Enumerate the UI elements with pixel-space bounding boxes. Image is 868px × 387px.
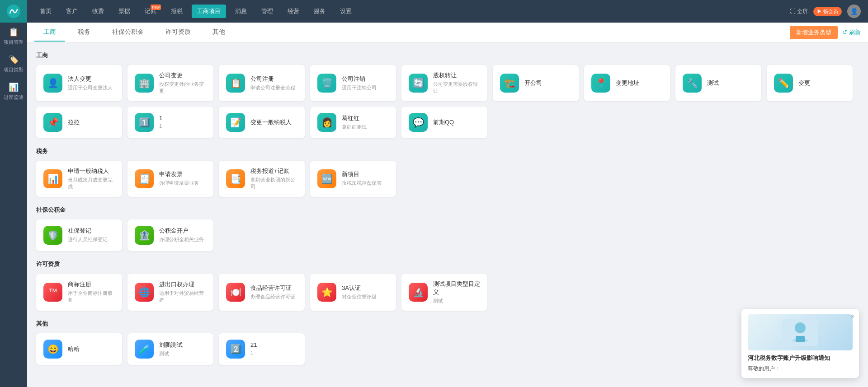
nav-billing[interactable]: 收费 xyxy=(87,5,109,18)
user-avatar[interactable]: 👤 xyxy=(847,5,861,18)
card-title-item-1: 1 xyxy=(159,115,162,121)
card-title-open-company: 开公司 xyxy=(524,79,542,87)
tab-license[interactable]: 许可资质 xyxy=(156,23,200,42)
card-icon-haha: 😄 xyxy=(43,340,62,359)
nav-manage[interactable]: 管理 xyxy=(256,5,278,18)
card-change-tax[interactable]: 📝 变更一般纳税人 xyxy=(219,107,305,138)
card-title-equity-transfer: 股权转让 xyxy=(433,71,480,79)
project-manage-icon: 📋 xyxy=(9,27,19,37)
card-desc-trademark: 用于企业商标注册服务 xyxy=(68,290,115,304)
sidebar-logo xyxy=(0,0,27,23)
card-item-1[interactable]: 1️⃣ 1 1 xyxy=(127,107,213,138)
card-info-lala: 拉拉 xyxy=(68,118,80,126)
card-new-project[interactable]: 🆕 新项目 报税加税控盘保管 xyxy=(310,161,396,197)
sidebar-item-progress-monitor[interactable]: 📊 进度监测 xyxy=(0,78,27,105)
card-desc-3a-cert: 对企业信誉评级 xyxy=(342,294,377,300)
nav-message[interactable]: 消息 xyxy=(230,5,252,18)
card-icon-change-address: 📍 xyxy=(591,74,610,93)
card-lala[interactable]: 📌 拉拉 xyxy=(36,107,122,138)
card-desc-fund-open: 办理公积金相关业务 xyxy=(159,236,204,243)
card-icon-equity-transfer: 🔄 xyxy=(409,74,428,93)
vip-button[interactable]: ▶ 畅会员 xyxy=(813,7,842,16)
card-apply-invoice[interactable]: 🧾 申请发票 办理申请发票业务 xyxy=(127,161,213,197)
tab-tax[interactable]: 税务 xyxy=(69,23,99,42)
nav-ticket[interactable]: 票据 xyxy=(113,5,136,18)
card-icon-company-register: 📋 xyxy=(226,74,245,93)
fullscreen-button[interactable]: ⛶ 全屏 xyxy=(790,8,808,15)
card-company-cancel[interactable]: 🗑️ 公司注销 适用于注销公司 xyxy=(310,65,396,101)
add-type-button[interactable]: 新增业务类型 xyxy=(790,26,838,39)
card-social-register[interactable]: 🛡️ 社保登记 进行人员社保登记 xyxy=(36,219,122,251)
card-preqq[interactable]: 💬 前期QQ xyxy=(401,107,487,138)
card-title-trademark: 商标注册 xyxy=(68,280,115,289)
card-icon-trademark: ™️ xyxy=(43,283,62,302)
card-info-import-export: 进出口权办理 适用于对外贸易经营者 xyxy=(159,280,206,304)
nav-right-area: ⛶ 全屏 ▶ 畅会员 👤 xyxy=(790,5,861,18)
card-icon-test-type: 🔬 xyxy=(409,283,428,302)
card-desc-item-21: 1 xyxy=(250,350,257,356)
card-item-21[interactable]: 2️⃣ 21 1 xyxy=(219,333,305,365)
card-desc-company-change: 股权变更外的业务变更 xyxy=(159,81,206,95)
card-gehonghong[interactable]: 👩 葛红红 葛红红测试 xyxy=(310,107,396,138)
card-title-legal-change: 法人变更 xyxy=(68,75,113,83)
card-trademark[interactable]: ™️ 商标注册 用于企业商标注册服务 xyxy=(36,274,122,311)
card-apply-tax[interactable]: 📊 申请一般纳税人 当月或次月成变更完成 xyxy=(36,161,122,197)
nav-industry[interactable]: 工商项目 xyxy=(192,5,226,18)
card-test-type[interactable]: 🔬 测试项目类型目定义 测试 xyxy=(401,274,487,311)
card-desc-test-type: 测试 xyxy=(433,298,480,304)
card-3a-cert[interactable]: ⭐ 3A认证 对企业信誉评级 xyxy=(310,274,396,311)
card-title-new-project: 新项目 xyxy=(342,170,382,178)
card-legal-change[interactable]: 👤 法人变更 适用于公司变更法人 xyxy=(36,65,122,101)
nav-service[interactable]: 服务 xyxy=(308,5,331,18)
card-icon-item-21: 2️⃣ xyxy=(226,340,245,359)
card-icon-liupeng-test: 🧪 xyxy=(135,340,154,359)
sidebar-item-label: 项目管理 xyxy=(4,39,24,46)
card-desc-gehonghong: 葛红红测试 xyxy=(342,124,367,131)
card-icon-gehonghong: 👩 xyxy=(317,113,336,132)
nav-account[interactable]: 记账 new xyxy=(139,5,162,18)
notification-close-button[interactable]: × xyxy=(851,312,854,320)
notification-image xyxy=(748,314,853,350)
card-info-preqq: 前期QQ xyxy=(433,118,454,126)
card-open-company[interactable]: 🏗️ 开公司 xyxy=(493,65,579,101)
sidebar-item-project-type[interactable]: 🏷️ 项目类型 xyxy=(0,50,27,78)
nav-tax[interactable]: 报税 xyxy=(165,5,188,18)
card-info-open-company: 开公司 xyxy=(524,79,542,87)
card-company-change[interactable]: 🏢 公司变更 股权变更外的业务变更 xyxy=(127,65,213,101)
card-company-register[interactable]: 📋 公司注册 申请公司注册全流程 xyxy=(219,65,305,101)
card-food-license[interactable]: 🍽️ 食品经营许可证 办理食品经营许可证 xyxy=(219,274,305,311)
card-change-address[interactable]: 📍 变更地址 xyxy=(584,65,670,101)
nav-settings[interactable]: 设置 xyxy=(335,5,357,18)
card-test[interactable]: 🔧 测试 xyxy=(675,65,761,101)
nav-home[interactable]: 首页 xyxy=(34,5,57,18)
tax-cards-grid: 📊 申请一般纳税人 当月或次月成变更完成 🧾 申请发票 办理申请发票业务 📑 税… xyxy=(36,161,859,197)
card-desc-company-cancel: 适用于注销公司 xyxy=(342,84,377,91)
card-icon-new-project: 🆕 xyxy=(317,169,336,188)
project-type-icon: 🏷️ xyxy=(9,55,19,65)
card-fund-open[interactable]: 🏦 公积金开户 办理公积金相关业务 xyxy=(127,219,213,251)
tabs-right: 新增业务类型 ↺ 刷新 xyxy=(790,26,861,39)
card-info-3a-cert: 3A认证 对企业信誉评级 xyxy=(342,284,377,300)
card-title-food-license: 食品经营许可证 xyxy=(250,284,295,292)
card-haha[interactable]: 😄 哈哈 xyxy=(36,333,122,365)
notification-popup: × 河北税务数字账户升级影响通知 尊敬的用户： xyxy=(741,309,859,378)
card-title-lala: 拉拉 xyxy=(68,118,80,126)
card-equity-transfer[interactable]: 🔄 股权转让 公司变更需要股权转让 xyxy=(401,65,487,101)
tab-industry[interactable]: 工商 xyxy=(34,23,65,42)
tab-other[interactable]: 其他 xyxy=(203,23,234,42)
nav-operation[interactable]: 经营 xyxy=(282,5,305,18)
card-tax-report[interactable]: 📑 税务报道+记账 拿到营业执照的新公司 xyxy=(219,161,305,197)
tab-social[interactable]: 社保公积金 xyxy=(103,23,153,42)
refresh-button[interactable]: ↺ 刷新 xyxy=(842,28,861,37)
card-info-change-address: 变更地址 xyxy=(616,79,639,87)
card-icon-legal-change: 👤 xyxy=(43,74,62,93)
card-liupeng-test[interactable]: 🧪 刘鹏测试 测试 xyxy=(127,333,213,365)
card-change[interactable]: ✏️ 变更 xyxy=(767,65,853,101)
social-cards-grid: 🛡️ 社保登记 进行人员社保登记 🏦 公积金开户 办理公积金相关业务 xyxy=(36,219,859,251)
sidebar-item-project-manage[interactable]: 📋 项目管理 xyxy=(0,23,27,50)
nav-client[interactable]: 客户 xyxy=(61,5,83,18)
card-title-fund-open: 公积金开户 xyxy=(159,227,204,235)
card-info-change-tax: 变更一般纳税人 xyxy=(250,118,292,126)
card-import-export[interactable]: 🌐 进出口权办理 适用于对外贸易经营者 xyxy=(127,274,213,311)
card-info-trademark: 商标注册 用于企业商标注册服务 xyxy=(68,280,115,304)
